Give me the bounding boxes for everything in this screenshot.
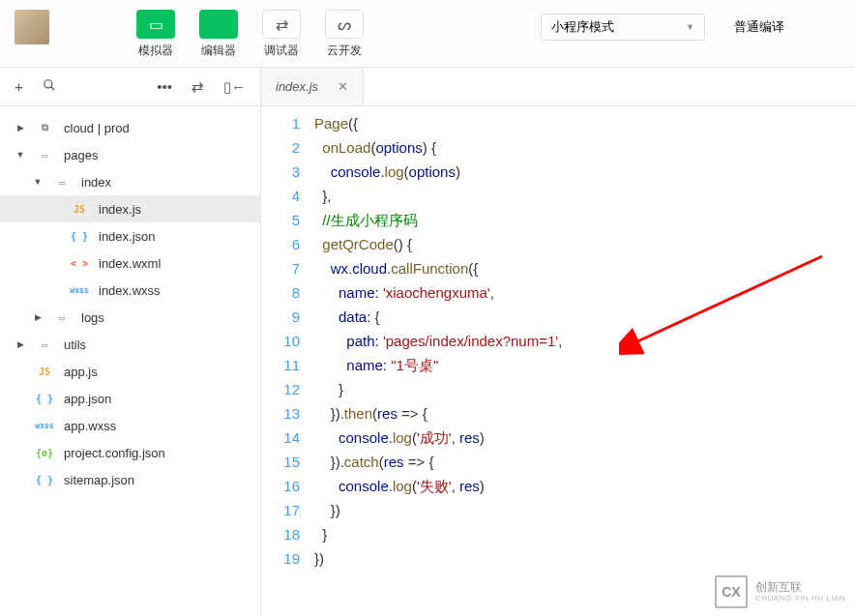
tool-icon: ᔕ [325,10,364,39]
tool-label: 调试器 [264,43,299,59]
file-label: app.wxss [64,419,116,433]
toolbar-right: 小程序模式▼ 普通编译 [541,10,840,41]
tree-item[interactable]: wxssapp.wxss [0,412,260,439]
compile-select[interactable]: 普通编译 [724,14,840,41]
file-type-icon: wxss [66,286,93,295]
file-type-icon: ▭ [48,177,75,188]
avatar[interactable] [15,10,49,44]
tree-item[interactable]: ▶▭utils [0,331,260,358]
file-label: app.json [64,392,111,406]
tool-icon: ⇄ [262,10,301,39]
tool-group: ▭模拟器编辑器⇄调试器ᔕ云开发 [136,10,364,59]
sidebar: + ••• ⇄ ▯← ▶⧉cloud | prod▼▭pages▼▭indexJ… [0,68,261,616]
tree-item[interactable]: ▶▭logs [0,304,260,331]
tool-label: 模拟器 [138,43,173,59]
编辑器-button[interactable]: 编辑器 [199,10,238,59]
tool-label: 编辑器 [201,43,236,59]
tree-item[interactable]: { }index.json [0,222,260,249]
close-icon[interactable]: ✕ [338,79,348,94]
more-icon[interactable]: ••• [157,78,172,95]
tree-item[interactable]: { }sitemap.json [0,466,260,493]
file-label: cloud | prod [64,121,130,135]
file-label: utils [64,337,86,352]
file-label: index [81,175,111,190]
file-label: index.wxss [99,283,161,298]
collapse-icon[interactable]: ⇄ [192,78,204,96]
tree-item[interactable]: {o}project.config.json [0,439,260,466]
file-type-icon: JS [31,367,58,377]
watermark-logo: CX [715,575,748,608]
file-type-icon: ▭ [48,312,75,323]
file-type-icon: JS [66,204,93,215]
tab-label: index.js [276,79,318,94]
file-type-icon: { } [66,231,93,242]
editor: index.js ✕ 12345678910111213141516171819… [261,68,855,616]
sidebar-tools: + ••• ⇄ ▯← [0,68,260,106]
tree-item[interactable]: ▶⧉cloud | prod [0,114,260,141]
tab-bar: index.js ✕ [261,68,855,106]
调试器-button[interactable]: ⇄调试器 [262,10,301,59]
file-type-icon: ⧉ [31,122,58,133]
file-label: pages [64,148,98,162]
file-type-icon: < > [66,258,93,269]
svg-line-1 [51,87,55,91]
watermark: CX 创新互联 CHUANG XIN HU LIAN [715,575,845,608]
file-type-icon: { } [31,475,58,485]
gutter: 12345678910111213141516171819 [261,111,314,616]
code-area[interactable]: 12345678910111213141516171819 Page({ onL… [261,106,855,616]
code-content: Page({ onLoad(options) { console.log(opt… [314,111,855,616]
tree-item[interactable]: wxssindex.wxss [0,277,260,304]
tool-icon: ▭ [136,10,175,39]
mode-select[interactable]: 小程序模式▼ [541,14,705,41]
chevron-down-icon: ▼ [686,22,694,32]
file-type-icon: ▭ [31,339,58,350]
search-icon[interactable] [43,78,56,95]
tree-item[interactable]: { }app.json [0,385,260,412]
file-type-icon: { } [31,394,58,404]
split-icon[interactable]: ▯← [223,78,246,96]
file-label: index.wxml [99,256,161,271]
file-type-icon: ▭ [31,150,58,161]
file-label: app.js [64,365,98,379]
file-type-icon: {o} [31,448,58,458]
tree-item[interactable]: JSapp.js [0,358,260,385]
file-label: index.json [99,229,156,244]
tree-item[interactable]: ▼▭index [0,168,260,195]
tree-item[interactable]: ▼▭pages [0,141,260,168]
top-toolbar: ▭模拟器编辑器⇄调试器ᔕ云开发 小程序模式▼ 普通编译 [0,0,855,68]
file-label: sitemap.json [64,473,134,487]
云开发-button[interactable]: ᔕ云开发 [325,10,364,59]
file-tree: ▶⧉cloud | prod▼▭pages▼▭indexJSindex.js{ … [0,106,260,493]
add-icon[interactable]: + [15,78,23,95]
tool-icon [199,10,238,39]
main: + ••• ⇄ ▯← ▶⧉cloud | prod▼▭pages▼▭indexJ… [0,68,855,616]
svg-point-0 [44,80,52,88]
file-label: index.js [99,202,141,217]
tree-item[interactable]: JSindex.js [0,195,260,222]
file-label: project.config.json [64,446,165,460]
tab-indexjs[interactable]: index.js ✕ [261,68,364,105]
模拟器-button[interactable]: ▭模拟器 [136,10,175,59]
tree-item[interactable]: < >index.wxml [0,249,260,277]
tool-label: 云开发 [327,43,362,59]
file-label: logs [81,310,104,325]
file-type-icon: wxss [31,422,58,430]
